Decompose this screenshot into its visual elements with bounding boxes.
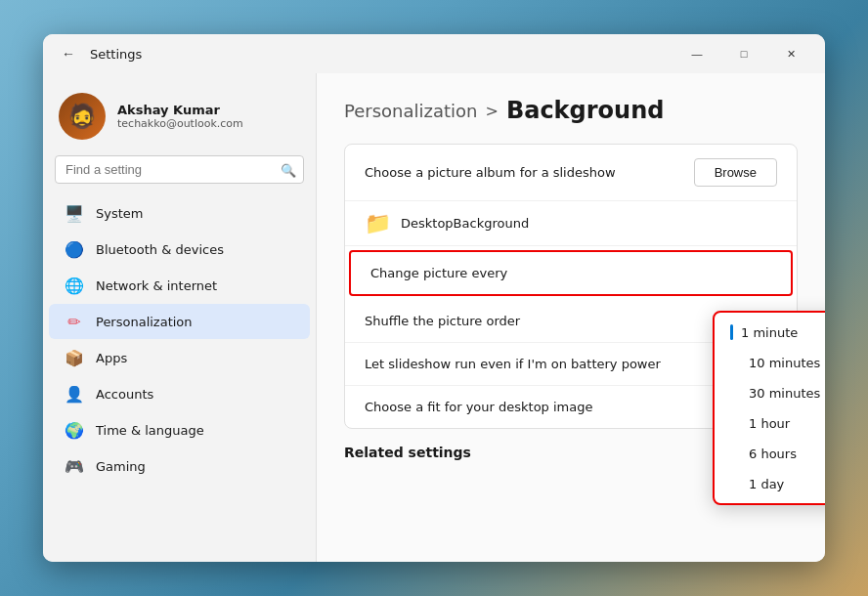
network-icon: 🌐 xyxy=(65,276,84,295)
system-icon: 🖥️ xyxy=(65,203,84,223)
main-content: 🧔 Akshay Kumar techakko@outlook.com 🔍 🖥️… xyxy=(43,73,825,562)
sidebar-item-accounts[interactable]: 👤Accounts xyxy=(49,376,310,411)
dropdown-label-6hr: 6 hours xyxy=(749,447,797,461)
sidebar-item-label-time: Time & language xyxy=(96,423,204,438)
browse-action: Browse xyxy=(694,158,777,187)
folder-icon: 📁 xyxy=(365,211,391,235)
breadcrumb-current: Background xyxy=(506,97,665,124)
maximize-button[interactable]: □ xyxy=(721,38,766,69)
search-box: 🔍 xyxy=(55,155,304,184)
user-email: techakko@outlook.com xyxy=(117,117,243,130)
user-name: Akshay Kumar xyxy=(117,103,243,117)
dropdown-item-1day[interactable]: 1 day xyxy=(715,469,825,499)
app-title: Settings xyxy=(90,47,142,62)
accounts-icon: 👤 xyxy=(65,384,84,404)
sidebar-item-label-personalization: Personalization xyxy=(96,315,193,329)
sidebar-item-label-network: Network & internet xyxy=(96,278,217,293)
breadcrumb-parent: Personalization xyxy=(344,101,477,121)
sidebar-item-system[interactable]: 🖥️System xyxy=(49,195,310,231)
bluetooth-icon: 🔵 xyxy=(65,239,84,259)
dropdown-label-1hr: 1 hour xyxy=(749,416,790,431)
sidebar-item-network[interactable]: 🌐Network & internet xyxy=(49,268,310,303)
change-picture-row: Change picture every 1 minute10 minutes3… xyxy=(349,250,793,296)
minimize-button[interactable]: — xyxy=(674,38,719,69)
dropdown-label-10min: 10 minutes xyxy=(749,356,820,370)
dropdown-item-1min[interactable]: 1 minute xyxy=(715,317,825,348)
close-button[interactable]: ✕ xyxy=(768,38,813,69)
search-input[interactable] xyxy=(55,155,304,184)
apps-icon: 📦 xyxy=(65,348,84,367)
settings-window: ← Settings — □ ✕ 🧔 Akshay Kumar techakko… xyxy=(43,34,825,562)
user-info: Akshay Kumar techakko@outlook.com xyxy=(117,103,243,130)
dropdown-label-1min: 1 minute xyxy=(741,325,798,340)
sidebar-item-personalization[interactable]: ✏️Personalization xyxy=(49,304,310,339)
sidebar-item-bluetooth[interactable]: 🔵Bluetooth & devices xyxy=(49,232,310,267)
sidebar-item-label-gaming: Gaming xyxy=(96,459,146,474)
album-label: Choose a picture album for a slideshow xyxy=(365,165,694,180)
folder-name: DesktopBackground xyxy=(401,216,529,231)
titlebar: ← Settings — □ ✕ xyxy=(43,34,825,73)
sidebar-item-gaming[interactable]: 🎮Gaming xyxy=(49,448,310,484)
sidebar-item-label-bluetooth: Bluetooth & devices xyxy=(96,242,224,257)
breadcrumb: Personalization > Background xyxy=(344,97,798,124)
window-controls: — □ ✕ xyxy=(674,38,813,69)
user-section: 🧔 Akshay Kumar techakko@outlook.com xyxy=(43,81,316,155)
sidebar-item-time[interactable]: 🌍Time & language xyxy=(49,412,310,447)
dropdown-item-6hr[interactable]: 6 hours xyxy=(715,439,825,469)
time-icon: 🌍 xyxy=(65,420,84,440)
right-panel: Personalization > Background Choose a pi… xyxy=(317,73,825,562)
dropdown-overlay: 1 minute10 minutes30 minutes1 hour6 hour… xyxy=(713,311,825,505)
back-button[interactable]: ← xyxy=(55,40,82,67)
gaming-icon: 🎮 xyxy=(65,456,84,476)
change-picture-label: Change picture every xyxy=(370,266,771,280)
dropdown-item-10min[interactable]: 10 minutes xyxy=(715,348,825,378)
dropdown-label-30min: 30 minutes xyxy=(749,386,820,401)
sidebar-item-apps[interactable]: 📦Apps xyxy=(49,340,310,375)
dropdown-label-1day: 1 day xyxy=(749,477,784,491)
album-row: Choose a picture album for a slideshow B… xyxy=(345,145,797,201)
selected-indicator xyxy=(730,324,733,340)
dropdown-item-30min[interactable]: 30 minutes xyxy=(715,378,825,408)
sidebar-item-label-accounts: Accounts xyxy=(96,387,153,402)
avatar-emoji: 🧔 xyxy=(67,103,97,130)
folder-row: 📁 DesktopBackground xyxy=(345,201,797,246)
settings-card: Choose a picture album for a slideshow B… xyxy=(344,144,798,429)
search-icon: 🔍 xyxy=(281,162,296,177)
dropdown-item-1hr[interactable]: 1 hour xyxy=(715,408,825,439)
nav-list: 🖥️System🔵Bluetooth & devices🌐Network & i… xyxy=(43,195,316,484)
personalization-icon: ✏️ xyxy=(65,312,84,331)
sidebar: 🧔 Akshay Kumar techakko@outlook.com 🔍 🖥️… xyxy=(43,73,317,562)
breadcrumb-chevron: > xyxy=(485,102,498,120)
sidebar-item-label-apps: Apps xyxy=(96,351,127,365)
avatar: 🧔 xyxy=(59,93,106,140)
browse-button[interactable]: Browse xyxy=(694,158,777,187)
back-icon: ← xyxy=(62,46,75,62)
sidebar-item-label-system: System xyxy=(96,206,143,221)
